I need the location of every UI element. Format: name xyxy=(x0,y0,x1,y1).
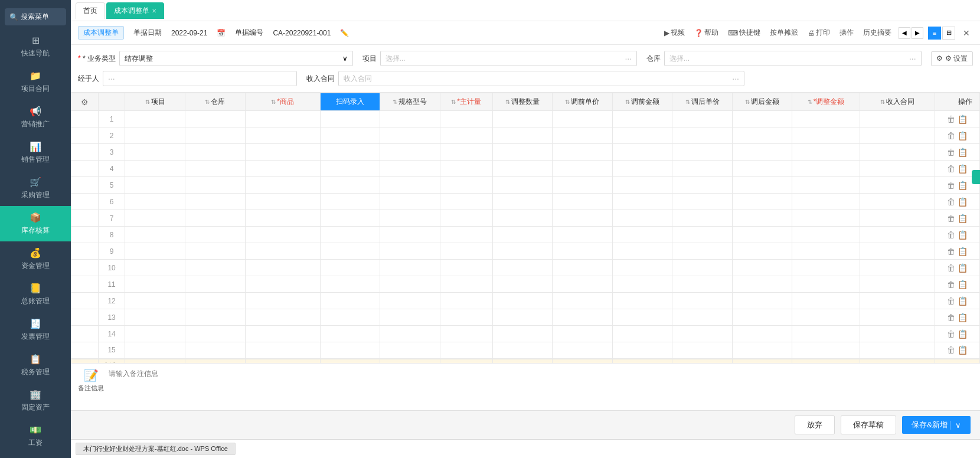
row-product-cell[interactable] xyxy=(245,161,320,177)
row-adj-qty-cell[interactable] xyxy=(492,260,553,276)
row-project-cell[interactable] xyxy=(125,227,185,243)
row-warehouse-cell[interactable] xyxy=(185,227,245,243)
adj-amount-col-header[interactable]: ⇅ *调整金额 xyxy=(792,93,860,111)
row-product-cell[interactable] xyxy=(245,210,320,227)
before-price-col-header[interactable]: ⇅ 调前单价 xyxy=(553,93,613,111)
row-spec-cell[interactable] xyxy=(380,342,440,359)
project-col-header[interactable]: ⇅ 项目 xyxy=(125,93,185,111)
unit-col-header[interactable]: ⇅ *主计量 xyxy=(440,93,492,111)
row-copy-btn[interactable]: 📋 xyxy=(958,329,968,339)
row-before-price-cell[interactable] xyxy=(553,194,613,210)
row-unit-cell[interactable] xyxy=(440,144,492,161)
row-delete-btn[interactable]: 🗑 xyxy=(947,181,955,190)
sidebar-item-ledger-mgmt[interactable]: 📒 总账管理 xyxy=(0,277,71,312)
row-after-price-cell[interactable] xyxy=(672,210,733,227)
row-copy-btn[interactable]: 📋 xyxy=(958,114,968,124)
nav-next-btn[interactable]: ▶ xyxy=(912,27,923,39)
row-after-price-cell[interactable] xyxy=(672,243,733,260)
unit-sort-icon[interactable]: ⇅ xyxy=(451,99,456,105)
review-mgmt-btn[interactable]: 按单摊派 xyxy=(767,27,801,39)
row-after-price-cell[interactable] xyxy=(672,161,733,177)
row-project-cell[interactable] xyxy=(125,326,185,342)
row-spec-cell[interactable] xyxy=(380,194,440,210)
row-before-price-cell[interactable] xyxy=(553,293,613,309)
row-product-cell[interactable] xyxy=(245,227,320,243)
row-warehouse-cell[interactable] xyxy=(185,144,245,161)
row-before-amount-cell[interactable] xyxy=(612,161,672,177)
row-before-price-cell[interactable] xyxy=(553,309,613,326)
row-before-price-cell[interactable] xyxy=(553,111,613,127)
row-unit-cell[interactable] xyxy=(440,260,492,276)
project-input[interactable]: 选择... ··· xyxy=(380,51,638,66)
operate-btn[interactable]: 操作 xyxy=(837,27,856,39)
row-copy-btn[interactable]: 📋 xyxy=(958,345,968,355)
row-copy-btn[interactable]: 📋 xyxy=(958,280,968,289)
row-adj-qty-cell[interactable] xyxy=(492,309,553,326)
row-copy-btn[interactable]: 📋 xyxy=(958,197,968,207)
row-unit-cell[interactable] xyxy=(440,342,492,359)
row-delete-btn[interactable]: 🗑 xyxy=(947,329,955,339)
row-income-contract-cell[interactable] xyxy=(860,161,935,177)
row-income-contract-cell[interactable] xyxy=(860,194,935,210)
row-before-amount-cell[interactable] xyxy=(612,127,672,144)
row-after-amount-cell[interactable] xyxy=(732,342,792,359)
row-copy-btn[interactable]: 📋 xyxy=(958,164,968,174)
grid-view-btn[interactable]: ⊞ xyxy=(942,27,955,40)
row-adj-amount-cell[interactable] xyxy=(792,326,860,342)
row-before-amount-cell[interactable] xyxy=(612,293,672,309)
row-product-cell[interactable] xyxy=(245,309,320,326)
after-price-col-header[interactable]: ⇅ 调后单价 xyxy=(672,93,733,111)
row-adj-qty-cell[interactable] xyxy=(492,243,553,260)
row-after-amount-cell[interactable] xyxy=(732,276,792,293)
row-income-contract-cell[interactable] xyxy=(860,342,935,359)
row-adj-qty-cell[interactable] xyxy=(492,293,553,309)
row-income-contract-cell[interactable] xyxy=(860,293,935,309)
income-contract-col-header[interactable]: ⇅ 收入合同 xyxy=(860,93,935,111)
row-after-price-cell[interactable] xyxy=(672,127,733,144)
after-amount-sort-icon[interactable]: ⇅ xyxy=(745,99,750,105)
save-new-button[interactable]: 保存&新增 ∨ xyxy=(902,416,971,434)
row-warehouse-cell[interactable] xyxy=(185,276,245,293)
row-spec-cell[interactable] xyxy=(380,227,440,243)
row-warehouse-cell[interactable] xyxy=(185,111,245,127)
view-btn[interactable]: ▶ 视频 xyxy=(662,27,687,39)
row-after-price-cell[interactable] xyxy=(672,111,733,127)
row-after-amount-cell[interactable] xyxy=(732,194,792,210)
sidebar-search-button[interactable]: 🔍 搜索菜单 xyxy=(5,8,66,25)
row-project-cell[interactable] xyxy=(125,243,185,260)
row-before-amount-cell[interactable] xyxy=(612,309,672,326)
sidebar-item-ops-mgmt[interactable]: 📈 经营管理 xyxy=(0,454,71,458)
row-unit-cell[interactable] xyxy=(440,210,492,227)
warehouse-ellipsis[interactable]: ··· xyxy=(909,54,916,63)
row-project-cell[interactable] xyxy=(125,309,185,326)
row-before-price-cell[interactable] xyxy=(553,210,613,227)
row-copy-btn[interactable]: 📋 xyxy=(958,230,968,240)
row-unit-cell[interactable] xyxy=(440,111,492,127)
row-after-price-cell[interactable] xyxy=(672,326,733,342)
row-before-price-cell[interactable] xyxy=(553,227,613,243)
row-copy-btn[interactable]: 📋 xyxy=(958,148,968,157)
row-unit-cell[interactable] xyxy=(440,194,492,210)
row-before-price-cell[interactable] xyxy=(553,127,613,144)
row-adj-amount-cell[interactable] xyxy=(792,260,860,276)
row-delete-btn[interactable]: 🗑 xyxy=(947,131,955,140)
row-delete-btn[interactable]: 🗑 xyxy=(947,263,955,273)
help-btn[interactable]: ❓ 帮助 xyxy=(692,27,721,39)
row-warehouse-cell[interactable] xyxy=(185,260,245,276)
before-amount-col-header[interactable]: ⇅ 调前金额 xyxy=(612,93,672,111)
row-spec-cell[interactable] xyxy=(380,309,440,326)
adj-qty-sort-icon[interactable]: ⇅ xyxy=(505,99,510,105)
row-adj-qty-cell[interactable] xyxy=(492,144,553,161)
warehouse-input[interactable]: 选择... ··· xyxy=(664,51,922,66)
row-after-amount-cell[interactable] xyxy=(732,111,792,127)
row-unit-cell[interactable] xyxy=(440,227,492,243)
spec-col-header[interactable]: ⇅ 规格型号 xyxy=(380,93,440,111)
tab-home[interactable]: 首页 xyxy=(76,2,105,19)
row-project-cell[interactable] xyxy=(125,260,185,276)
row-project-cell[interactable] xyxy=(125,127,185,144)
row-spec-cell[interactable] xyxy=(380,144,440,161)
row-spec-cell[interactable] xyxy=(380,326,440,342)
sidebar-item-invoice-mgmt[interactable]: 🧾 发票管理 xyxy=(0,312,71,348)
adj-qty-col-header[interactable]: ⇅ 调整数量 xyxy=(492,93,553,111)
row-after-price-cell[interactable] xyxy=(672,309,733,326)
